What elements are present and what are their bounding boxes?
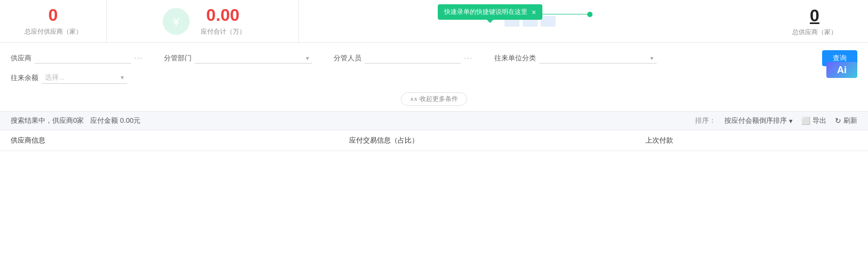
stat-payable-total: ¥ 0.00 应付合计（万） [107,0,299,42]
table-header: 供应商信息 应付交易信息（占比） 上次付款 [0,130,868,151]
total-suppliers-number: 0 [810,6,819,26]
collapse-label: 收起更多条件 [420,95,458,104]
unit-label: 往来单位分类 [494,53,536,63]
collapse-up-icon: ∧∧ [410,96,417,102]
amount-placeholder: 选择... [45,73,121,82]
supplier-filter: 供应商 ··· [11,53,143,64]
refresh-button[interactable]: ↻ 刷新 [835,116,857,125]
person-label: 分管人员 [334,53,361,63]
dept-label: 分管部门 [164,53,192,63]
export-icon: ⬜ [801,116,810,125]
dept-chevron-icon: ▾ [306,54,309,62]
person-filter: 分管人员 ··· [334,53,472,64]
stat-total-suppliers: 0 总供应商（家） [761,0,868,42]
col-last-payment: 上次付款 [645,136,857,145]
refresh-label: 刷新 [843,116,857,125]
supplier-input[interactable] [35,53,131,64]
col-supplier-info: 供应商信息 [11,136,349,145]
amount-chevron-icon: ▾ [121,74,124,81]
amount-filter: 往来余额 选择... ▾ [11,72,127,84]
results-text: 搜索结果中，供应商0家 [11,116,84,125]
export-label: 导出 [812,116,826,125]
results-amount: 应付金额 0.00元 [90,116,140,125]
sort-label: 排序： [695,116,716,125]
tooltip-dot [587,12,593,17]
sort-chevron-icon: ▾ [789,117,793,125]
unit-chevron-icon: ▾ [650,54,653,62]
stat-total-payable: 0 总应付供应商（家） [0,0,107,42]
person-input[interactable] [365,53,461,64]
unit-filter: 往来单位分类 ▾ [494,53,657,64]
filter-row-1: 供应商 ··· 分管部门 ▾ 分管人员 ··· 往来单位分类 ▾ [11,50,857,66]
payable-total-number: 0.00 [206,6,239,25]
stats-bar: 0 总应付供应商（家） ¥ 0.00 应付合计（万） 快速录单的快捷键说明在这里… [0,0,868,43]
collapse-row: ∧∧ 收起更多条件 [11,89,857,111]
sort-value: 按应付会额倒序排序 [724,116,787,125]
amount-select[interactable]: 选择... ▾ [42,72,127,84]
table-body [0,151,868,275]
total-suppliers-label: 总供应商（家） [792,28,837,37]
col-transaction-info: 应付交易信息（占比） [349,136,645,145]
payable-total-label: 应付合计（万） [201,27,246,36]
refresh-icon: ↻ [835,116,841,125]
amount-label: 往来余额 [11,73,38,83]
filter-row-2: 往来余额 选择... ▾ [11,72,857,84]
tooltip-text: 快速录单的快捷键说明在这里 [444,7,527,17]
person-dots[interactable]: ··· [464,53,472,63]
ai-badge[interactable]: Ai [826,62,857,78]
svg-text:¥: ¥ [172,15,179,28]
supplier-dots[interactable]: ··· [134,53,143,63]
payable-icon: ¥ [160,5,192,37]
tooltip-close-btn[interactable]: × [532,9,536,16]
results-bar: 搜索结果中，供应商0家 应付金额 0.00元 排序： 按应付会额倒序排序 ▾ ⬜… [0,112,868,130]
filter-area: 供应商 ··· 分管部门 ▾ 分管人员 ··· 往来单位分类 ▾ [0,43,868,112]
total-payable-number: 0 [49,6,58,25]
collapse-button[interactable]: ∧∧ 收起更多条件 [401,92,467,106]
supplier-label: 供应商 [11,53,31,63]
unit-select[interactable]: ▾ [539,53,657,64]
dept-select[interactable]: ▾ [195,53,312,64]
sort-select[interactable]: 按应付会额倒序排序 ▾ [724,116,793,125]
results-right: 排序： 按应付会额倒序排序 ▾ ⬜ 导出 ↻ 刷新 [695,116,857,125]
dept-filter: 分管部门 ▾ [164,53,312,64]
export-button[interactable]: ⬜ 导出 [801,116,826,125]
total-payable-label: 总应付供应商（家） [25,27,82,36]
tooltip-bubble: 快速录单的快捷键说明在这里 × [438,4,542,20]
